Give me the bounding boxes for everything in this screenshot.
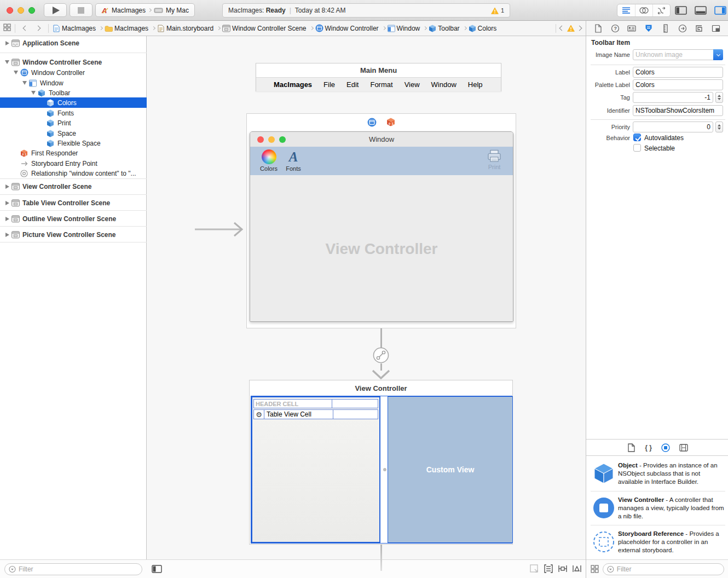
- update-frames-button[interactable]: [530, 564, 539, 573]
- breadcrumb-colors[interactable]: Colors: [469, 25, 497, 32]
- warning-badge[interactable]: 1: [491, 7, 504, 14]
- disclosure-collapsed-icon[interactable]: [5, 233, 9, 237]
- size-inspector-icon[interactable]: [661, 24, 670, 33]
- back-button[interactable]: [23, 26, 28, 31]
- palette-label-input[interactable]: [635, 81, 720, 89]
- palette-label-field[interactable]: [633, 79, 723, 90]
- table-view-cell[interactable]: Table View Cell: [264, 410, 333, 419]
- table-cell-row[interactable]: ⚙ Table View Cell: [253, 409, 378, 419]
- selectable-checkbox[interactable]: [633, 144, 641, 152]
- toolbar-item-fonts[interactable]: A Fonts: [279, 149, 308, 172]
- scheme-selector[interactable]: MacImages My Mac: [95, 3, 195, 17]
- menu-item-format[interactable]: Format: [370, 80, 392, 89]
- tree-item-fonts[interactable]: Fonts: [0, 108, 147, 118]
- media-library-icon[interactable]: [679, 443, 688, 452]
- breadcrumb-window[interactable]: Window: [388, 25, 429, 32]
- menu-item-edit[interactable]: Edit: [346, 80, 359, 89]
- standard-editor-button[interactable]: [617, 4, 635, 16]
- tree-item-relationship[interactable]: Relationship "window content" to "...: [0, 168, 147, 178]
- priority-stepper[interactable]: [715, 122, 723, 132]
- disclosure-collapsed-icon[interactable]: [5, 201, 9, 205]
- table-header-row[interactable]: HEADER CELL: [253, 399, 378, 408]
- resolve-layout-issues-button[interactable]: [573, 564, 581, 573]
- related-items-icon[interactable]: [3, 24, 11, 33]
- quick-help-inspector-icon[interactable]: [611, 24, 620, 33]
- library-item-storyboard-reference[interactable]: Storyboard Reference - Provides a placeh…: [586, 530, 728, 559]
- disclosure-expanded-icon[interactable]: [5, 60, 9, 64]
- disclosure-collapsed-icon[interactable]: [5, 41, 9, 45]
- breadcrumb-toolbar[interactable]: Toolbar: [429, 25, 468, 32]
- identifier-input[interactable]: [635, 107, 720, 114]
- disclosure-expanded-icon[interactable]: [22, 81, 27, 85]
- code-snippet-library-icon[interactable]: { }: [645, 444, 652, 452]
- storyboard-entry-point-arrow[interactable]: [193, 221, 250, 238]
- tree-item-colors[interactable]: Colors: [0, 97, 147, 108]
- window-toolbar[interactable]: Colors A Fonts Print: [250, 147, 513, 175]
- menu-item-help[interactable]: Help: [468, 80, 483, 89]
- tree-item-space[interactable]: Space: [0, 128, 147, 138]
- image-name-field[interactable]: [633, 49, 723, 60]
- toggle-navigator-button[interactable]: [675, 6, 687, 15]
- grid-view-toggle-icon[interactable]: [591, 565, 599, 573]
- window-title-bar[interactable]: Window: [250, 132, 513, 147]
- window-object[interactable]: Window Colors A Fonts Print View Control…: [250, 131, 513, 322]
- segue-relationship-icon[interactable]: [373, 347, 389, 363]
- view-controller-scene-card[interactable]: View Controller HEADER CELL ⚙ Table View…: [249, 380, 513, 545]
- toggle-inspectors-button[interactable]: [714, 6, 726, 15]
- toolbar-item-print[interactable]: Print: [479, 149, 509, 170]
- tree-item-toolbar[interactable]: Toolbar: [0, 88, 147, 98]
- tree-item-flexible-space[interactable]: Flexible Space: [0, 138, 147, 148]
- attributes-inspector-icon[interactable]: [644, 24, 653, 33]
- fullscreen-button[interactable]: [28, 7, 35, 14]
- window-content-view[interactable]: View Controller: [250, 175, 513, 322]
- menu-item-app[interactable]: MacImages: [274, 80, 312, 89]
- add-constraints-button[interactable]: [558, 564, 567, 573]
- identity-inspector-icon[interactable]: [627, 24, 636, 33]
- run-button[interactable]: [44, 3, 67, 17]
- menu-item-file[interactable]: File: [323, 80, 335, 89]
- tree-item-table-view-controller-scene[interactable]: Table View Controller Scene: [0, 198, 147, 208]
- label-field[interactable]: [633, 67, 723, 78]
- embed-in-stack-button[interactable]: [544, 564, 553, 573]
- previous-issue-button[interactable]: [559, 26, 565, 31]
- issue-warning-icon[interactable]: [567, 25, 575, 33]
- library-filter-field[interactable]: [603, 563, 724, 575]
- bindings-inspector-icon[interactable]: [695, 24, 703, 33]
- outline-toggle-button[interactable]: [152, 565, 162, 573]
- library-item-object[interactable]: Object - Provides an instance of an NSOb…: [586, 461, 728, 491]
- breadcrumb-window-controller[interactable]: Window Controller: [315, 24, 388, 32]
- tree-item-window[interactable]: Window: [0, 78, 147, 88]
- first-responder-icon[interactable]: [386, 118, 395, 126]
- disclosure-expanded-icon[interactable]: [31, 91, 36, 95]
- tree-item-outline-view-controller-scene[interactable]: Outline View Controller Scene: [0, 213, 147, 224]
- divider-handle[interactable]: [383, 468, 386, 471]
- tree-item-window-controller-scene[interactable]: Window Controller Scene: [0, 57, 147, 67]
- menu-item-view[interactable]: View: [405, 80, 420, 89]
- assistant-editor-button[interactable]: [635, 4, 652, 16]
- priority-input[interactable]: [635, 123, 710, 131]
- tag-stepper[interactable]: [715, 92, 723, 103]
- outline-filter-field[interactable]: [4, 563, 142, 575]
- custom-view[interactable]: Custom View: [388, 396, 513, 543]
- toggle-debug-area-button[interactable]: [695, 6, 707, 15]
- tree-item-application-scene[interactable]: Application Scene: [0, 38, 147, 48]
- library-item-view-controller[interactable]: View Controller - A controller that mana…: [586, 496, 728, 525]
- autovalidates-checkbox[interactable]: [633, 134, 641, 141]
- file-inspector-icon[interactable]: [594, 24, 603, 33]
- tag-input[interactable]: [635, 94, 710, 101]
- breadcrumb-scene[interactable]: Window Controller Scene: [222, 25, 315, 32]
- disclosure-expanded-icon[interactable]: [14, 71, 18, 74]
- tree-item-entry-point[interactable]: Storyboard Entry Point: [0, 158, 147, 169]
- menu-item-window[interactable]: Window: [431, 80, 457, 89]
- identifier-field[interactable]: [633, 105, 723, 116]
- window-controller-scene-card[interactable]: Window Colors A Fonts Print View Control…: [246, 113, 516, 328]
- tree-item-window-controller[interactable]: Window Controller: [0, 67, 147, 78]
- library-filter-input[interactable]: [617, 565, 720, 573]
- header-cell[interactable]: HEADER CELL: [254, 400, 332, 408]
- image-dropdown-button[interactable]: [713, 49, 723, 60]
- next-issue-button[interactable]: [577, 26, 582, 31]
- image-name-input[interactable]: [635, 51, 712, 59]
- connections-inspector-icon[interactable]: [678, 24, 687, 33]
- table-view-pane[interactable]: HEADER CELL ⚙ Table View Cell: [251, 396, 380, 543]
- stop-button[interactable]: [70, 3, 93, 17]
